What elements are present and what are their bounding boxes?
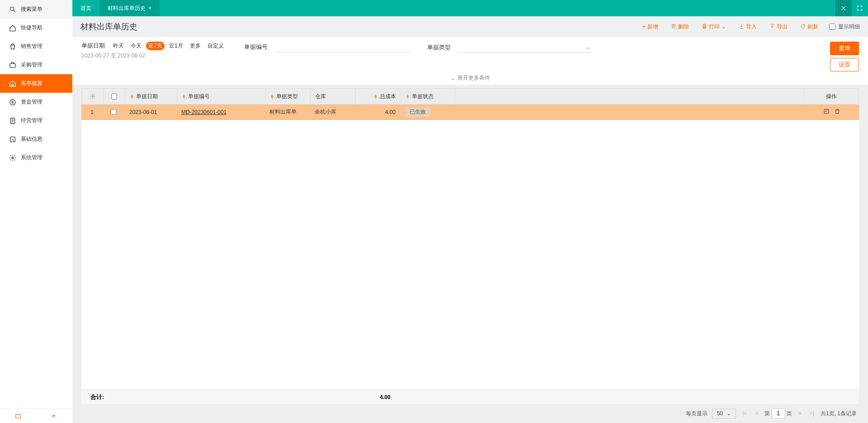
date-range-text: 2023-05-27 至 2023-06-02 (81, 52, 226, 60)
svg-line-1 (14, 10, 15, 12)
page-header: 材料出库单历史 +新增 删除 打印 ⌄ 导入 导出 刷新 显示明细 (72, 16, 868, 37)
close-all-tabs-button[interactable] (835, 0, 852, 16)
tabbar: 首页 材料出库单历史 × (72, 0, 868, 16)
money-icon (9, 99, 16, 106)
docno-input[interactable] (274, 42, 409, 52)
totals-label: 合计: (81, 393, 104, 401)
column-settings-button[interactable] (82, 89, 104, 104)
totals-cost: 4.00 (380, 394, 390, 400)
export-button[interactable]: 导出 (768, 23, 789, 31)
col-header-date[interactable]: ▲▼单据日期 (125, 89, 177, 104)
sort-icon: ▲▼ (182, 94, 186, 99)
page-title: 材料出库单历史 (80, 21, 137, 32)
table-row[interactable]: 1 2023-06-01 MD-20230601-001 材料出库单 余杭小库 … (81, 105, 859, 120)
sidebar-item-label: 快捷导航 (21, 24, 42, 32)
page-input[interactable] (772, 409, 785, 418)
filter-date-label: 单据日期 (81, 41, 105, 49)
date-opt-last7[interactable]: 近7天 (146, 42, 165, 50)
report-icon (9, 117, 16, 124)
per-page-select[interactable]: 50 ⌄ (712, 409, 736, 418)
show-detail-checkbox[interactable]: 显示明细 (829, 23, 860, 31)
sidebar-item-inventory[interactable]: 库存核算 (0, 74, 72, 93)
filter-date: 单据日期 昨天 今天 近7天 近1月 更多 自定义 2023-05-27 至 2… (81, 42, 226, 60)
sort-icon: ▲▼ (373, 94, 378, 99)
date-opt-yesterday[interactable]: 昨天 (111, 42, 126, 50)
import-button[interactable]: 导入 (737, 23, 759, 31)
sort-icon: ▲▼ (130, 94, 134, 99)
chevron-down-icon: ⌄ (586, 44, 590, 50)
table-body: 1 2023-06-01 MD-20230601-001 材料出库单 余杭小库 … (81, 105, 859, 390)
sidebar-item-label: 库存核算 (21, 80, 42, 87)
close-icon[interactable]: × (148, 5, 151, 11)
settings-button[interactable]: 设置 (830, 58, 859, 71)
sidebar-item-sales[interactable]: 销售管理 (0, 37, 72, 56)
add-button[interactable]: +新增 (641, 23, 660, 31)
refresh-button[interactable]: 刷新 (798, 23, 820, 31)
col-header-docno[interactable]: ▲▼单据编号 (177, 89, 265, 104)
date-opt-last1m[interactable]: 近1月 (167, 42, 185, 50)
svg-rect-3 (12, 84, 14, 86)
cell-type: 材料出库单 (265, 105, 310, 119)
print-button[interactable]: 打印 ⌄ (700, 23, 728, 31)
tab-home[interactable]: 首页 (72, 0, 99, 16)
double-chevron-down-icon: ⌄ (451, 75, 455, 81)
expand-conditions-button[interactable]: ⌄ 展开更多条件 (81, 71, 859, 85)
trash-icon[interactable] (834, 108, 840, 116)
svg-point-0 (10, 7, 14, 10)
date-opt-custom[interactable]: 自定义 (205, 42, 226, 50)
sidebar-item-search[interactable]: 搜索菜单 (0, 0, 72, 19)
sidebar-item-purchase[interactable]: 采购管理 (0, 56, 72, 74)
select-all-checkbox[interactable] (104, 89, 125, 104)
filter-docno: 单据编号 (244, 42, 409, 52)
cell-docno: MD-20230601-001 (177, 105, 265, 119)
query-button[interactable]: 查询 (830, 42, 859, 55)
tab-material-outbound-history[interactable]: 材料出库单历史 × (99, 0, 160, 16)
cell-ops (805, 105, 859, 119)
filter-doctype-label: 单据类型 (427, 43, 451, 51)
chevron-down-icon: ⌄ (726, 410, 731, 417)
first-page-button[interactable]: |< (741, 410, 749, 417)
col-header-spacer (455, 89, 804, 104)
sidebar-footer-btn-2[interactable] (36, 409, 72, 423)
sort-icon: ▲▼ (270, 94, 274, 99)
warehouse-icon (9, 80, 16, 87)
data-table: ▲▼单据日期 ▲▼单据编号 ▲▼单据类型 仓库 ▲▼总成本 ▲▼单据状态 操作 … (81, 88, 859, 390)
docno-link[interactable]: MD-20230601-001 (181, 109, 226, 115)
sidebar-item-system[interactable]: 系统管理 (0, 148, 72, 167)
trash-icon (671, 24, 676, 30)
date-range-options: 昨天 今天 近7天 近1月 更多 自定义 (111, 42, 226, 50)
filter-docno-label: 单据编号 (244, 43, 268, 50)
search-icon (9, 6, 16, 13)
show-detail-input[interactable] (829, 24, 835, 30)
doctype-select[interactable]: ⌄ (457, 42, 592, 53)
page-field: 第 页 (764, 409, 792, 418)
sidebar-item-quicknav[interactable]: 快捷导航 (0, 19, 72, 37)
sidebar-item-label: 经营管理 (21, 117, 42, 124)
sidebar-footer-btn-1[interactable] (0, 409, 36, 423)
fullscreen-button[interactable] (852, 0, 868, 16)
date-opt-today[interactable]: 今天 (128, 42, 144, 50)
bag-icon (9, 43, 16, 50)
col-header-status[interactable]: ▲▼单据状态 (401, 89, 455, 104)
doctype-input[interactable] (457, 42, 579, 52)
last-page-button[interactable]: >| (808, 410, 816, 417)
sidebar-item-basicinfo[interactable]: 基础信息 (0, 130, 72, 148)
pagination: 每页显示 50 ⌄ |< < 第 页 > >| 共1页, 1条记录 (72, 404, 868, 423)
view-icon[interactable] (823, 108, 830, 116)
sort-icon: ▲▼ (406, 94, 410, 99)
row-checkbox[interactable] (103, 105, 125, 119)
pager-summary: 共1页, 1条记录 (821, 410, 857, 418)
sidebar-item-funds[interactable]: 资金管理 (0, 93, 72, 111)
date-opt-more[interactable]: 更多 (188, 42, 203, 50)
svg-rect-12 (703, 24, 705, 25)
prev-page-button[interactable]: < (753, 410, 760, 417)
gear-icon (9, 154, 16, 162)
delete-button[interactable]: 删除 (669, 23, 691, 31)
cell-date: 2023-06-01 (125, 105, 177, 119)
sidebar-item-operation[interactable]: 经营管理 (0, 111, 72, 130)
next-page-button[interactable]: > (797, 410, 803, 417)
table-header: ▲▼单据日期 ▲▼单据编号 ▲▼单据类型 仓库 ▲▼总成本 ▲▼单据状态 操作 (81, 88, 859, 105)
col-header-type[interactable]: ▲▼单据类型 (265, 89, 311, 104)
col-header-cost[interactable]: ▲▼总成本 (356, 89, 401, 104)
col-header-warehouse[interactable]: 仓库 (311, 89, 356, 104)
